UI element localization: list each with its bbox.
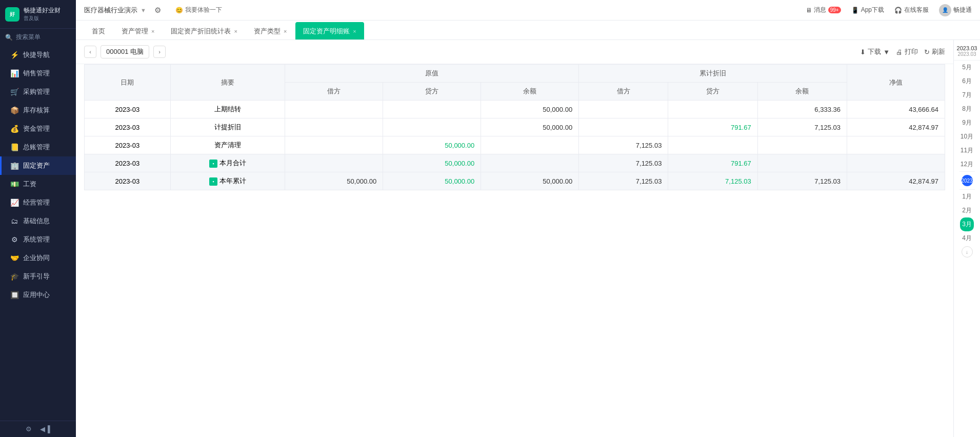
year-badge[interactable]: 2023	[962, 175, 973, 186]
date-month-item[interactable]: 8月	[958, 102, 975, 116]
date-month-item[interactable]: 11月	[958, 144, 975, 157]
asset-ledger-table: 日期 摘要 原值 累计折旧 净值 借方 贷方 余额 借方 贷方 余额	[84, 64, 945, 190]
sidebar-item-quicknav[interactable]: ⚡ 快捷导航	[0, 46, 76, 64]
sidebar-item-purchase[interactable]: 🛒 采购管理	[0, 83, 76, 101]
table-row: 2023-03	[85, 136, 171, 154]
download-icon: ⬇	[860, 48, 866, 56]
table-row: 2023-03	[85, 154, 171, 172]
sidebar-subtitle: 普及版	[24, 15, 61, 22]
date-scroll-down[interactable]: ↓	[962, 246, 973, 257]
company-name: 医疗器械行业演示	[84, 6, 137, 15]
toolbar-left: ‹ 000001 电脑 ›	[84, 45, 166, 58]
refresh-btn[interactable]: ↻ 刷新	[924, 47, 945, 56]
payroll-icon: 💵	[10, 180, 19, 188]
table-container: 日期 摘要 原值 累计折旧 净值 借方 贷方 余额 借方 贷方 余额	[76, 64, 953, 198]
user-icon: 👤	[942, 7, 948, 13]
sidebar-item-basicinfo[interactable]: 🗂 基础信息	[0, 212, 76, 230]
next-asset-btn[interactable]: ›	[153, 46, 166, 58]
tab-assets[interactable]: 资产管理 ×	[114, 22, 162, 39]
date-month-item[interactable]: 10月	[958, 130, 975, 144]
date-month-item[interactable]: 6月	[958, 74, 975, 88]
sidebar-item-appcenter[interactable]: 🔲 应用中心	[0, 286, 76, 304]
customer-service-btn[interactable]: 🎧 在线客服	[894, 6, 929, 14]
date-month-item[interactable]: 3月	[960, 217, 974, 231]
col-date: 日期	[85, 65, 171, 101]
appcenter-icon: 🔲	[10, 291, 19, 299]
col-original-value: 原值	[285, 65, 579, 83]
year-2023-label: 2023	[959, 171, 975, 190]
download-btn[interactable]: ⬇ 下载 ▼	[860, 47, 890, 56]
col-orig-balance: 余额	[481, 83, 579, 101]
sidebar-logo: 好	[5, 7, 19, 22]
sidebar-settings-btn[interactable]: ⚙	[26, 425, 32, 433]
tab-assettype-close[interactable]: ×	[284, 28, 287, 34]
quicknav-icon: ⚡	[10, 51, 19, 59]
trial-icon: 😊	[175, 7, 183, 14]
tab-home[interactable]: 首页	[84, 22, 113, 39]
topbar: 医疗器械行业演示 ▼ ⚙ 😊 我要体验一下 🖥 消息 99+ 📱 App下载 🎧…	[76, 0, 980, 21]
tab-assettype[interactable]: 资产类型 ×	[246, 22, 294, 39]
sidebar-item-sysconfig[interactable]: ⚙ 系统管理	[0, 230, 76, 249]
finance-icon: 💰	[10, 125, 19, 133]
avatar: 👤	[939, 4, 951, 16]
sidebar-item-guide[interactable]: 🎓 新手引导	[0, 267, 76, 286]
sidebar-item-collab[interactable]: 🤝 企业协同	[0, 249, 76, 267]
sidebar-item-inventory[interactable]: 📦 库存核算	[0, 101, 76, 120]
ledger-icon: 📒	[10, 143, 19, 151]
company-selector[interactable]: 医疗器械行业演示 ▼	[84, 6, 146, 15]
tab-ledger-close[interactable]: ×	[353, 28, 356, 34]
sidebar-search[interactable]: 🔍 搜索菜单	[0, 29, 76, 46]
inventory-icon: 📦	[10, 106, 19, 114]
col-accumulated-dep: 累计折旧	[579, 65, 847, 83]
date-month-item[interactable]: 9月	[958, 116, 975, 130]
notification-icon: 🖥	[806, 7, 812, 14]
date-month-item[interactable]: 2月	[960, 204, 974, 217]
sidebar-collapse-btn[interactable]: ◀▐	[40, 425, 50, 433]
sidebar: 好 畅捷通好业财 普及版 🔍 搜索菜单 ⚡ 快捷导航 📊 销售管理 🛒 采购管理…	[0, 0, 76, 437]
date-month-item[interactable]: 5月	[958, 61, 975, 74]
app-download-btn[interactable]: 📱 App下载	[851, 6, 884, 14]
tab-depreciation-close[interactable]: ×	[234, 28, 237, 34]
sidebar-bottom: ⚙ ◀▐	[0, 421, 76, 437]
date-month-item[interactable]: 12月	[958, 157, 975, 171]
refresh-icon: ↻	[924, 48, 930, 56]
toolbar-right: ⬇ 下载 ▼ 🖨 打印 ↻ 刷新	[860, 47, 945, 56]
tab-assets-close[interactable]: ×	[151, 28, 154, 34]
user-menu[interactable]: 👤 畅捷通	[939, 4, 972, 16]
sales-icon: 📊	[10, 69, 19, 77]
tab-depreciation[interactable]: 固定资产折旧统计表 ×	[163, 22, 245, 39]
download-dropdown-icon: ▼	[883, 48, 890, 56]
print-btn[interactable]: 🖨 打印	[896, 47, 918, 56]
prev-asset-btn[interactable]: ‹	[84, 46, 96, 58]
date-month-item[interactable]: 1月	[960, 190, 974, 204]
sidebar-item-operations[interactable]: 📈 经营管理	[0, 193, 76, 212]
sidebar-item-payroll[interactable]: 💵 工资	[0, 175, 76, 193]
notification-btn[interactable]: 🖥 消息 99+	[806, 6, 841, 14]
sidebar-item-fixedasset[interactable]: 🏢 固定资产	[0, 156, 76, 175]
table-row: 2023-03	[85, 172, 171, 190]
sidebar-title: 畅捷通好业财	[24, 6, 61, 15]
company-dropdown-arrow: ▼	[141, 7, 146, 13]
page-content: ‹ 000001 电脑 › ⬇ 下载 ▼ 🖨 打印 ↻	[76, 40, 953, 437]
main-content: 医疗器械行业演示 ▼ ⚙ 😊 我要体验一下 🖥 消息 99+ 📱 App下载 🎧…	[76, 0, 980, 437]
tab-ledger[interactable]: 固定资产明细账 ×	[295, 22, 364, 39]
content-wrapper: ‹ 000001 电脑 › ⬇ 下载 ▼ 🖨 打印 ↻	[76, 40, 980, 437]
sidebar-header: 好 畅捷通好业财 普及版	[0, 0, 76, 29]
date-panel: 2023.03 2023.03 5月6月7月8月9月10月11月12月 2023…	[953, 40, 980, 437]
customer-service-icon: 🎧	[894, 7, 902, 14]
date-month-item[interactable]: 7月	[958, 88, 975, 102]
col-dep-credit: 贷方	[668, 83, 757, 101]
app-download-icon: 📱	[851, 7, 859, 14]
notification-badge: 99+	[828, 7, 841, 13]
tabs-bar: 首页 资产管理 × 固定资产折旧统计表 × 资产类型 × 固定资产明细账 ×	[76, 21, 980, 40]
topbar-settings-icon[interactable]: ⚙	[154, 6, 161, 15]
print-icon: 🖨	[896, 48, 903, 56]
date-month-item[interactable]: 4月	[960, 231, 974, 245]
sidebar-item-ledger[interactable]: 📒 总账管理	[0, 138, 76, 156]
search-icon: 🔍	[5, 34, 13, 41]
trial-btn[interactable]: 😊 我要体验一下	[175, 6, 222, 14]
sidebar-item-sales[interactable]: 📊 销售管理	[0, 64, 76, 83]
basicinfo-icon: 🗂	[10, 217, 19, 225]
sidebar-item-finance[interactable]: 💰 资金管理	[0, 120, 76, 138]
table-row: 2023-03	[85, 118, 171, 136]
